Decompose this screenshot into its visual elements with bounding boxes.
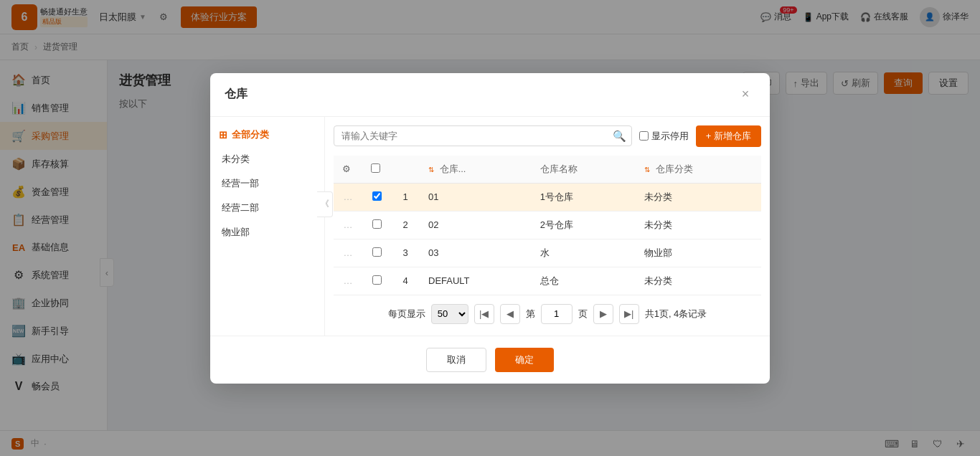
last-page-btn[interactable]: ▶| bbox=[619, 304, 639, 324]
page-label-suffix: 页 bbox=[578, 308, 588, 320]
category-item-property[interactable]: 物业部 bbox=[210, 220, 324, 244]
row-code: 01 bbox=[420, 183, 532, 211]
confirm-button[interactable]: 确定 bbox=[495, 348, 554, 372]
th-gear: ⚙ bbox=[334, 156, 362, 184]
search-input-wrap: 🔍 bbox=[334, 125, 632, 146]
modal-footer: 取消 确定 bbox=[210, 336, 770, 384]
search-input[interactable] bbox=[334, 125, 632, 146]
row-name: 总仓 bbox=[532, 267, 636, 295]
category-panel: ⊞ 全部分类 未分类 经营一部 经营二部 物业部 《 bbox=[210, 117, 325, 336]
th-check bbox=[362, 156, 391, 184]
category-item-ops1[interactable]: 经营一部 bbox=[210, 171, 324, 196]
row-category: 未分类 bbox=[636, 211, 761, 239]
warehouse-table: ⚙ ⇅ 仓库... 仓库名称 bbox=[334, 156, 761, 295]
row-category: 物业部 bbox=[636, 239, 761, 267]
th-category: ⇅ 仓库分类 bbox=[636, 156, 761, 184]
row-name: 1号仓库 bbox=[532, 183, 636, 211]
sort-icon-category: ⇅ bbox=[644, 166, 650, 174]
total-info: 共1页, 4条记录 bbox=[645, 308, 707, 320]
row-more-icon[interactable]: … bbox=[334, 267, 362, 295]
row-more-icon[interactable]: … bbox=[334, 183, 362, 211]
prev-page-btn[interactable]: ◀ bbox=[500, 304, 520, 324]
category-item-unclassified[interactable]: 未分类 bbox=[210, 147, 324, 171]
row-code: 03 bbox=[420, 239, 532, 267]
table-row[interactable]: … 3 03 水 物业部 bbox=[334, 239, 761, 267]
per-page-label: 每页显示 bbox=[388, 308, 425, 320]
row-more-icon[interactable]: … bbox=[334, 239, 362, 267]
table-row[interactable]: … 1 01 1号仓库 未分类 bbox=[334, 183, 761, 211]
row-category: 未分类 bbox=[636, 267, 761, 295]
table-row[interactable]: … 2 02 2号仓库 未分类 bbox=[334, 211, 761, 239]
modal-body: ⊞ 全部分类 未分类 经营一部 经营二部 物业部 《 🔍 bbox=[210, 117, 770, 336]
row-code: 02 bbox=[420, 211, 532, 239]
modal-overlay: 仓库 × ⊞ 全部分类 未分类 经营一部 经营二部 物业部 《 bbox=[0, 0, 980, 456]
th-code[interactable]: ⇅ 仓库... bbox=[420, 156, 532, 184]
table-toolbar: 🔍 显示停用 + 新增仓库 bbox=[334, 125, 761, 147]
row-num: 2 bbox=[391, 211, 420, 239]
row-category: 未分类 bbox=[636, 183, 761, 211]
cancel-button[interactable]: 取消 bbox=[426, 348, 486, 372]
row-more-icon[interactable]: … bbox=[334, 211, 362, 239]
th-name: 仓库名称 bbox=[532, 156, 636, 184]
page-input[interactable] bbox=[541, 304, 573, 324]
pagination: 每页显示 50 10 20 100 |◀ ◀ 第 页 ▶ ▶| 共1页, 4条记… bbox=[334, 295, 761, 327]
show-disabled-label[interactable]: 显示停用 bbox=[639, 130, 689, 143]
table-row[interactable]: … 4 DEFAULT 总仓 未分类 bbox=[334, 267, 761, 295]
grid-icon: ⊞ bbox=[219, 129, 227, 141]
show-disabled-checkbox[interactable] bbox=[639, 131, 649, 141]
row-checkbox[interactable] bbox=[362, 267, 391, 295]
modal-title: 仓库 bbox=[225, 87, 248, 102]
all-categories-button[interactable]: ⊞ 全部分类 bbox=[210, 123, 324, 147]
category-item-ops2[interactable]: 经营二部 bbox=[210, 196, 324, 220]
row-num: 3 bbox=[391, 239, 420, 267]
all-categories-label: 全部分类 bbox=[232, 128, 269, 141]
table-header-row: ⚙ ⇅ 仓库... 仓库名称 bbox=[334, 156, 761, 184]
per-page-select[interactable]: 50 10 20 100 bbox=[431, 304, 468, 324]
first-page-btn[interactable]: |◀ bbox=[474, 304, 494, 324]
row-code: DEFAULT bbox=[420, 267, 532, 295]
category-collapse-btn[interactable]: 《 bbox=[317, 191, 333, 217]
warehouse-modal: 仓库 × ⊞ 全部分类 未分类 经营一部 经营二部 物业部 《 bbox=[210, 73, 770, 384]
row-name: 水 bbox=[532, 239, 636, 267]
table-panel: 🔍 显示停用 + 新增仓库 ⚙ bbox=[325, 117, 770, 336]
row-num: 4 bbox=[391, 267, 420, 295]
modal-header: 仓库 × bbox=[210, 73, 770, 117]
search-icon[interactable]: 🔍 bbox=[613, 130, 626, 143]
row-checkbox[interactable] bbox=[362, 183, 391, 211]
add-warehouse-button[interactable]: + 新增仓库 bbox=[696, 125, 761, 147]
row-num: 1 bbox=[391, 183, 420, 211]
select-all-checkbox[interactable] bbox=[371, 163, 380, 173]
next-page-btn[interactable]: ▶ bbox=[593, 304, 613, 324]
sort-icon-code: ⇅ bbox=[428, 166, 434, 174]
row-checkbox[interactable] bbox=[362, 211, 391, 239]
modal-close-button[interactable]: × bbox=[735, 85, 755, 105]
th-num bbox=[391, 156, 420, 184]
row-name: 2号仓库 bbox=[532, 211, 636, 239]
row-checkbox[interactable] bbox=[362, 239, 391, 267]
page-label-prefix: 第 bbox=[526, 308, 535, 320]
